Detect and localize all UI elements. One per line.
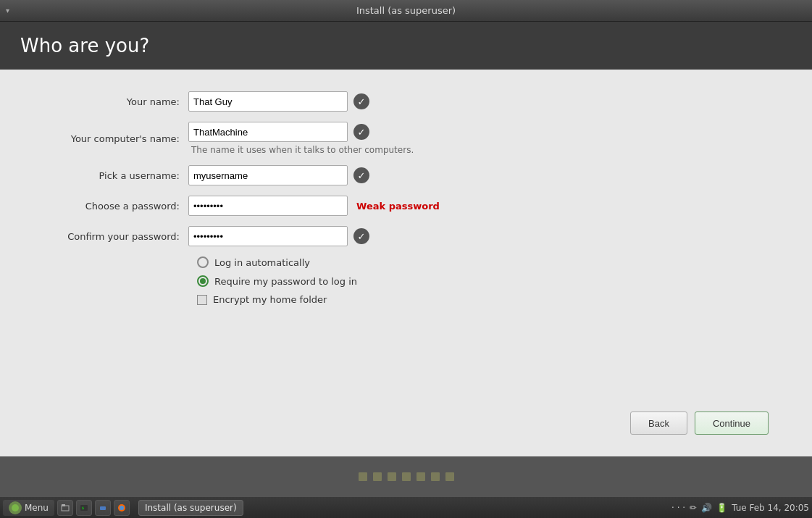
taskbar-menu-label: Menu (25, 503, 49, 513)
username-input-wrap: ✓ (188, 165, 369, 185)
installer-window: Who are you? Your name: ✓ Your computer'… (0, 22, 812, 456)
title-bar: ▾ Install (as superuser) (0, 0, 812, 22)
your-name-input-wrap: ✓ (188, 91, 369, 112)
encrypt-checkbox[interactable] (197, 295, 207, 305)
svg-text:$: $ (82, 506, 84, 510)
progress-dot-3 (388, 472, 396, 481)
password-row: Choose a password: Weak password (29, 196, 783, 216)
svg-rect-1 (62, 506, 69, 511)
your-name-label: Your name: (29, 96, 188, 107)
require-password-row: Require my password to log in (197, 275, 783, 287)
taskbar-right-area: · · · ✏ 🔊 🔋 Tue Feb 14, 20:05 (671, 503, 809, 513)
computer-name-hint: The name it uses when it talks to other … (191, 145, 414, 155)
progress-dot-4 (402, 472, 411, 481)
taskbar-battery-icon: 🔋 (716, 503, 727, 513)
taskbar-file-manager-btn[interactable] (57, 500, 73, 516)
username-check-icon: ✓ (353, 167, 369, 183)
progress-dot-2 (373, 472, 382, 481)
username-input[interactable] (188, 165, 348, 185)
password-label: Choose a password: (29, 201, 188, 212)
continue-button[interactable]: Continue (695, 412, 769, 435)
confirm-password-row: Confirm your password: ✓ (29, 226, 783, 246)
svg-rect-5 (100, 506, 106, 510)
your-name-row: Your name: ✓ (29, 91, 783, 112)
taskbar-extra-btn[interactable] (95, 500, 111, 516)
svg-point-7 (120, 506, 124, 510)
computer-name-row: Your computer's name: ✓ The name it uses… (29, 122, 783, 155)
confirm-password-check-icon: ✓ (353, 228, 369, 244)
password-input-wrap: Weak password (188, 196, 440, 216)
login-auto-row: Log in automatically (197, 256, 783, 268)
encrypt-label: Encrypt my home folder (213, 294, 327, 305)
taskbar-time: Tue Feb 14, 20:05 (732, 503, 809, 513)
title-bar-text: Install (as superuser) (356, 5, 456, 16)
login-auto-radio[interactable] (197, 256, 209, 268)
taskbar-terminal-btn[interactable]: $ (76, 500, 92, 516)
taskbar-window-label: Install (as superuser) (145, 503, 237, 513)
your-name-check-icon: ✓ (353, 93, 369, 109)
require-password-label: Require my password to log in (214, 276, 357, 287)
encrypt-row: Encrypt my home folder (197, 294, 783, 305)
page-title: Who are you? (20, 35, 792, 57)
computer-name-input-wrap: ✓ The name it uses when it talks to othe… (188, 122, 414, 155)
taskbar-menu-button[interactable]: Menu (3, 500, 54, 516)
progress-area (0, 456, 812, 496)
svg-point-0 (12, 504, 19, 511)
require-password-radio[interactable] (197, 275, 209, 287)
progress-dot-1 (359, 472, 367, 481)
taskbar-separator-dots: · · · (671, 503, 685, 513)
username-label: Pick a username: (29, 170, 188, 181)
progress-dot-5 (417, 472, 425, 481)
confirm-password-label: Confirm your password: (29, 231, 188, 242)
installer-content: Your name: ✓ Your computer's name: ✓ The… (0, 70, 812, 456)
weak-password-label: Weak password (356, 201, 440, 212)
back-button[interactable]: Back (630, 412, 687, 435)
taskbar-pen-icon: ✏ (690, 503, 697, 513)
linux-mint-icon (9, 501, 22, 514)
form-area: Your name: ✓ Your computer's name: ✓ The… (29, 91, 783, 404)
progress-dot-7 (445, 472, 454, 481)
password-input[interactable] (188, 196, 348, 216)
taskbar-installer-window[interactable]: Install (as superuser) (138, 500, 243, 516)
confirm-password-input[interactable] (188, 226, 348, 246)
your-name-input[interactable] (188, 91, 348, 112)
confirm-password-input-wrap: ✓ (188, 226, 369, 246)
installer-footer: Back Continue (29, 404, 783, 442)
computer-name-input[interactable] (188, 122, 348, 142)
computer-name-check-icon: ✓ (353, 124, 369, 140)
title-bar-icon: ▾ (6, 7, 9, 14)
login-auto-label: Log in automatically (214, 257, 310, 268)
username-row: Pick a username: ✓ (29, 165, 783, 185)
options-area: Log in automatically Require my password… (197, 256, 783, 305)
taskbar-firefox-btn[interactable] (114, 500, 130, 516)
computer-name-label: Your computer's name: (29, 133, 188, 144)
progress-dot-6 (431, 472, 440, 481)
taskbar-volume-icon: 🔊 (701, 503, 712, 513)
installer-header: Who are you? (0, 22, 812, 70)
svg-rect-2 (62, 504, 65, 506)
taskbar: Menu $ Install (as superuser) · · · ✏ 🔊 … (0, 496, 812, 518)
